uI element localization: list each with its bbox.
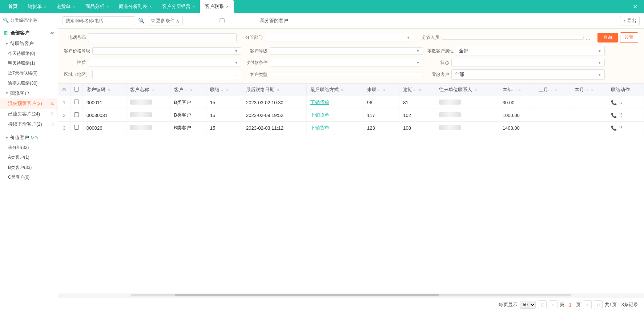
search-input[interactable] bbox=[63, 16, 135, 25]
first-page-button[interactable]: ⟨⟨ bbox=[538, 300, 547, 309]
query-button[interactable]: 查询 bbox=[597, 33, 618, 42]
more-action-icon[interactable]: ⠿ bbox=[619, 113, 623, 118]
refresh-icon[interactable]: ↻ bbox=[31, 135, 34, 140]
my-customers-checkbox[interactable] bbox=[186, 19, 258, 23]
sidebar-item-class-a[interactable]: A类客户(1) bbox=[0, 153, 58, 162]
sort-icon-contact[interactable]: ⇅ bbox=[225, 88, 228, 92]
prev-page-button[interactable]: ＜ bbox=[549, 300, 558, 309]
sort-icon-name[interactable]: ⇅ bbox=[151, 88, 154, 92]
row-checkbox[interactable] bbox=[74, 112, 79, 117]
all-customers-label: 全部客户 bbox=[11, 30, 29, 36]
customer-level-select[interactable]: ▼ bbox=[270, 47, 423, 55]
tab-customer-contact-close[interactable]: × bbox=[226, 4, 228, 9]
sidebar-item-7days[interactable]: 近7天待联络(0) bbox=[0, 68, 58, 78]
edit-icon[interactable]: ✎ bbox=[35, 135, 39, 140]
phone-action-icon[interactable]: 📞 bbox=[611, 125, 617, 131]
settings-button[interactable]: 设置 bbox=[620, 32, 638, 43]
more-action-icon[interactable]: ⠿ bbox=[619, 125, 623, 131]
retail-customer-select[interactable]: 全部 ▼ bbox=[451, 69, 605, 80]
sort-icon-code[interactable]: ⇅ bbox=[108, 88, 110, 92]
tab-customer-layer-close[interactable]: × bbox=[193, 4, 195, 9]
sort-icon-type[interactable]: ⇅ bbox=[189, 88, 192, 92]
more-conditions-button[interactable]: ▽ 更多条件 ∧ bbox=[148, 16, 183, 25]
row-checkbox[interactable] bbox=[74, 125, 79, 130]
gender-arrow: ▼ bbox=[234, 61, 238, 65]
last-method-link[interactable]: 下销货单 bbox=[310, 112, 329, 118]
sort-icon-this-month[interactable]: ⇅ bbox=[590, 88, 593, 92]
row-checkbox-cell bbox=[71, 96, 83, 109]
sort-icon-this-year[interactable]: ⇅ bbox=[518, 88, 521, 92]
retail-attr-select[interactable]: 全部 ▼ bbox=[456, 46, 605, 56]
sort-icon-last-date[interactable]: ⇅ bbox=[277, 88, 279, 92]
tab-analysis[interactable]: 商品分析 × bbox=[80, 0, 114, 13]
more-action-icon[interactable]: ⠿ bbox=[619, 100, 623, 105]
last-method-link[interactable]: 下销货单 bbox=[310, 125, 329, 130]
sort-icon-uncontacted[interactable]: ⇅ bbox=[382, 88, 385, 92]
price-level-select[interactable]: ▼ bbox=[92, 47, 241, 55]
phone-action-icon[interactable]: 📞 bbox=[611, 113, 617, 118]
window-close-button[interactable]: ✕ bbox=[629, 3, 641, 10]
customer-type-select[interactable] bbox=[270, 73, 423, 76]
dept-select[interactable]: ▼ bbox=[265, 34, 414, 41]
table-settings-icon[interactable]: ⚙ bbox=[62, 87, 67, 93]
sidebar-item-declining[interactable]: 持续下滑客户(2) ⓘ bbox=[0, 119, 58, 130]
sort-icon-overdue[interactable]: ⇅ bbox=[419, 88, 422, 92]
row-overdue: 108 bbox=[399, 122, 435, 134]
payment-label: 收付款条件 bbox=[246, 60, 267, 66]
sort-icon-last-month[interactable]: ⇅ bbox=[554, 88, 557, 92]
tab-analysis-list[interactable]: 商品分析列表 × bbox=[114, 0, 157, 13]
sidebar-item-overdue[interactable]: 逾期未联络(30) bbox=[0, 78, 58, 88]
sidebar-item-tomorrow[interactable]: 明天待联络(1) bbox=[0, 58, 58, 68]
tab-analysis-list-close[interactable]: × bbox=[149, 4, 152, 9]
manager-select[interactable] bbox=[442, 36, 584, 40]
payment-select[interactable]: ▼ bbox=[270, 59, 423, 66]
manager-dots[interactable]: ... bbox=[586, 35, 590, 41]
phone-action-icon[interactable]: 📞 bbox=[611, 100, 617, 105]
sidebar-group-value-label: 价值客户 bbox=[10, 134, 29, 141]
sidebar-item-class-b[interactable]: B类客户(33) bbox=[0, 163, 58, 173]
tab-purchase-close[interactable]: × bbox=[73, 4, 75, 9]
per-page-select[interactable]: 50 bbox=[520, 301, 536, 309]
tab-analysis-close[interactable]: × bbox=[106, 4, 109, 9]
last-method-link[interactable]: 下销货单 bbox=[310, 100, 329, 105]
phone-input[interactable] bbox=[88, 33, 237, 42]
gender-select[interactable]: ▼ bbox=[88, 59, 241, 66]
sidebar-group-return[interactable]: ▼ 回流客户 bbox=[0, 88, 58, 98]
select-all-checkbox[interactable] bbox=[74, 87, 79, 92]
sidebar-item-class-c[interactable]: C类客户(6) bbox=[0, 173, 58, 182]
row-last-month bbox=[535, 122, 571, 134]
sidebar-group-value[interactable]: ▼ 价值客户 ↻ ✎ bbox=[0, 133, 58, 143]
sidebar-all-customers[interactable]: ⊞ 全部客户 ≪ bbox=[0, 28, 58, 39]
sort-icon-last-method[interactable]: ⇅ bbox=[341, 88, 343, 92]
sidebar-search-input[interactable] bbox=[10, 18, 55, 23]
tab-home[interactable]: 首页 bbox=[3, 0, 23, 13]
horizontal-scrollbar[interactable] bbox=[58, 293, 644, 297]
blurred-contact-person bbox=[439, 100, 461, 105]
th-last-date-label: 最后联络日期 bbox=[246, 87, 274, 92]
row-checkbox[interactable] bbox=[74, 100, 79, 104]
sidebar-item-churned[interactable]: 已流失客户(24) ⓘ bbox=[0, 109, 58, 119]
my-customers-checkbox-area[interactable]: 我分管的客户 bbox=[186, 17, 288, 24]
row-last-date: 2023-02-09 19:52: bbox=[242, 109, 306, 122]
row-last-month bbox=[535, 96, 571, 109]
region-select[interactable]: ... bbox=[92, 70, 241, 79]
tab-customer-contact[interactable]: 客户联系 × bbox=[200, 0, 233, 13]
tab-sales[interactable]: 销货单 × bbox=[23, 0, 51, 13]
sidebar-item-today[interactable]: 今天待联络(0) bbox=[0, 49, 58, 58]
sidebar-item-churn-warning[interactable]: 流失预警客户(3) ⚠ bbox=[0, 98, 58, 109]
info-icon-2: ⓘ bbox=[51, 122, 54, 127]
search-button[interactable]: 🔍 bbox=[138, 17, 145, 24]
tab-customer-layer[interactable]: 客户分层经营 × bbox=[157, 0, 200, 13]
next-page-button[interactable]: ＞ bbox=[583, 300, 592, 309]
sort-icon-contact-person[interactable]: ⇅ bbox=[474, 88, 477, 92]
export-button[interactable]: ↑ 导出 bbox=[620, 16, 640, 25]
sidebar-item-ungrouped[interactable]: 未分组(32) bbox=[0, 143, 58, 153]
last-page-button[interactable]: ⟩⟩ bbox=[594, 300, 603, 309]
scrollbar-thumb[interactable] bbox=[175, 294, 439, 296]
status-select[interactable]: ▼ bbox=[451, 59, 605, 66]
tab-purchase[interactable]: 进货单 × bbox=[51, 0, 80, 13]
row-uncontacted: 123 bbox=[363, 122, 399, 134]
sidebar-group-pending[interactable]: ▼ 待联络客户 bbox=[0, 39, 58, 49]
region-dots[interactable]: ... bbox=[234, 72, 238, 77]
tab-sales-close[interactable]: × bbox=[44, 4, 46, 9]
